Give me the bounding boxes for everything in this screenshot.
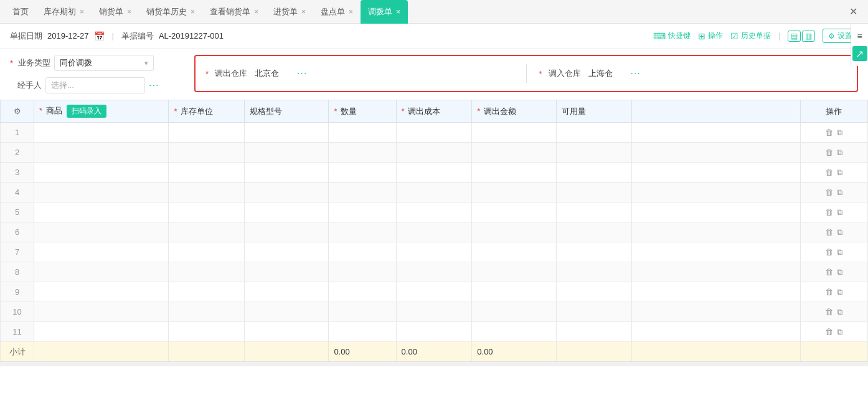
tab-sales-close[interactable]: × — [127, 7, 131, 16]
tab-stock-close[interactable]: × — [349, 7, 353, 16]
row-available-1[interactable] — [556, 123, 632, 143]
row-available-8[interactable] — [556, 262, 632, 282]
row-qty-1[interactable] — [329, 123, 396, 143]
row-amount-1[interactable] — [472, 123, 556, 143]
row-product-11[interactable] — [34, 322, 169, 342]
row-spec-6[interactable] — [245, 222, 329, 242]
row-amount-4[interactable] — [472, 183, 556, 202]
delete-row-11-icon[interactable]: 🗑 — [825, 327, 833, 336]
tab-purchase-close[interactable]: × — [301, 7, 306, 16]
row-spec-3[interactable] — [245, 163, 329, 183]
layout2-button[interactable]: ▥ — [802, 31, 815, 42]
delete-row-1-icon[interactable]: 🗑 — [825, 128, 833, 137]
delete-row-8-icon[interactable]: 🗑 — [825, 267, 833, 277]
row-unit-6[interactable] — [169, 222, 245, 242]
row-available-3[interactable] — [556, 163, 632, 183]
delete-row-7-icon[interactable]: 🗑 — [825, 247, 833, 257]
delete-row-5-icon[interactable]: 🗑 — [825, 207, 833, 217]
copy-row-1-icon[interactable]: ⧉ — [837, 128, 842, 138]
tab-transfer-close[interactable]: × — [396, 7, 400, 16]
row-amount-7[interactable] — [472, 242, 556, 262]
transfer-in-more-icon[interactable]: ··· — [631, 68, 641, 79]
row-unit-4[interactable] — [169, 183, 245, 202]
row-spec-11[interactable] — [245, 322, 329, 342]
history-button[interactable]: ☑ 历史单据 — [730, 31, 771, 41]
table-container[interactable]: ⚙ 商品 扫码录入 库存单位 规格型号 数量 — [0, 100, 868, 361]
copy-row-4-icon[interactable]: ⧉ — [837, 188, 842, 198]
row-product-4[interactable] — [34, 183, 169, 202]
row-product-7[interactable] — [34, 242, 169, 262]
row-amount-5[interactable] — [472, 202, 556, 222]
row-qty-7[interactable] — [329, 242, 396, 262]
col-settings-header[interactable]: ⚙ — [1, 100, 34, 123]
tab-sales-history[interactable]: 销货单历史 × — [139, 0, 202, 24]
row-qty-11[interactable] — [329, 322, 396, 342]
row-cost-2[interactable] — [396, 143, 472, 163]
tab-home[interactable]: 首页 — [5, 0, 36, 24]
row-qty-6[interactable] — [329, 222, 396, 242]
row-product-8[interactable] — [34, 262, 169, 282]
row-available-7[interactable] — [556, 242, 632, 262]
tab-purchase[interactable]: 进货单 × — [266, 0, 313, 24]
copy-row-2-icon[interactable]: ⧉ — [837, 148, 842, 158]
delete-row-10-icon[interactable]: 🗑 — [825, 307, 833, 316]
row-qty-9[interactable] — [329, 282, 396, 302]
tab-stock-count[interactable]: 盘点单 × — [313, 0, 361, 24]
row-unit-7[interactable] — [169, 242, 245, 262]
copy-row-5-icon[interactable]: ⧉ — [837, 207, 842, 217]
horizontal-scrollbar[interactable] — [0, 361, 868, 366]
handler-more-icon[interactable]: ··· — [149, 80, 159, 91]
row-product-6[interactable] — [34, 222, 169, 242]
row-product-9[interactable] — [34, 282, 169, 302]
row-cost-5[interactable] — [396, 202, 472, 222]
row-unit-8[interactable] — [169, 262, 245, 282]
tab-transfer[interactable]: 调拨单 × — [361, 0, 408, 24]
row-unit-2[interactable] — [169, 143, 245, 163]
handler-select[interactable]: 选择... — [45, 77, 145, 93]
row-qty-10[interactable] — [329, 302, 396, 322]
row-unit-9[interactable] — [169, 282, 245, 302]
row-unit-1[interactable] — [169, 123, 245, 143]
layout1-button[interactable]: ▤ — [788, 31, 801, 42]
row-qty-4[interactable] — [329, 183, 396, 202]
copy-row-10-icon[interactable]: ⧉ — [837, 307, 842, 317]
row-cost-9[interactable] — [396, 282, 472, 302]
row-spec-7[interactable] — [245, 242, 329, 262]
row-available-5[interactable] — [556, 202, 632, 222]
row-available-6[interactable] — [556, 222, 632, 242]
row-qty-2[interactable] — [329, 143, 396, 163]
transfer-out-more-icon[interactable]: ··· — [297, 68, 307, 79]
row-product-10[interactable] — [34, 302, 169, 322]
row-amount-11[interactable] — [472, 322, 556, 342]
row-cost-8[interactable] — [396, 262, 472, 282]
row-product-3[interactable] — [34, 163, 169, 183]
sidebar-list-icon[interactable]: ≡ — [852, 29, 867, 44]
col-settings-icon[interactable]: ⚙ — [14, 107, 21, 116]
row-amount-10[interactable] — [472, 302, 556, 322]
row-unit-10[interactable] — [169, 302, 245, 322]
tab-sales-order[interactable]: 销货单 × — [92, 0, 139, 24]
calendar-icon[interactable]: 📅 — [94, 31, 105, 41]
row-cost-4[interactable] — [396, 183, 472, 202]
copy-row-3-icon[interactable]: ⧉ — [837, 168, 842, 178]
row-available-4[interactable] — [556, 183, 632, 202]
row-spec-5[interactable] — [245, 202, 329, 222]
row-unit-3[interactable] — [169, 163, 245, 183]
row-cost-1[interactable] — [396, 123, 472, 143]
row-spec-9[interactable] — [245, 282, 329, 302]
row-amount-6[interactable] — [472, 222, 556, 242]
copy-row-11-icon[interactable]: ⧉ — [837, 327, 842, 337]
row-spec-2[interactable] — [245, 143, 329, 163]
row-amount-2[interactable] — [472, 143, 556, 163]
actions-button[interactable]: ⊞ 操作 — [698, 31, 723, 41]
row-available-2[interactable] — [556, 143, 632, 163]
delete-row-6-icon[interactable]: 🗑 — [825, 227, 833, 237]
row-cost-10[interactable] — [396, 302, 472, 322]
window-close-button[interactable]: ✕ — [843, 2, 863, 22]
sidebar-export-icon[interactable]: ↗ — [852, 46, 867, 61]
row-product-2[interactable] — [34, 143, 169, 163]
delete-row-9-icon[interactable]: 🗑 — [825, 287, 833, 297]
row-cost-3[interactable] — [396, 163, 472, 183]
row-qty-3[interactable] — [329, 163, 396, 183]
delete-row-3-icon[interactable]: 🗑 — [825, 168, 833, 177]
